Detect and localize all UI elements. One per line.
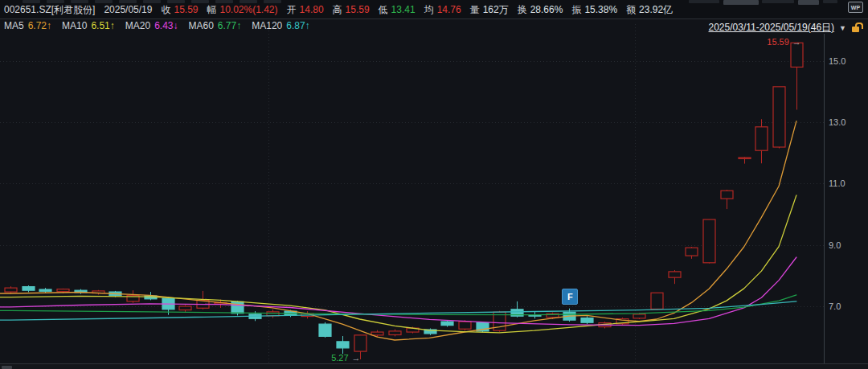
y-axis-label: 13.0 <box>829 117 845 127</box>
ma-legend-item: MA1206.87↑ <box>252 21 309 31</box>
stock-symbol: 002651.SZ[利君股份] <box>4 5 95 15</box>
kline-chart[interactable] <box>0 0 868 369</box>
quote-field: 量162万 <box>470 5 509 15</box>
quote-field: 幅10.02%(1.42) <box>207 5 277 15</box>
bottom-scrollbar-strip <box>0 363 868 369</box>
quote-field: 均14.76 <box>424 5 461 15</box>
toolbar-remnant <box>119 0 137 3</box>
toolbar-remnant <box>167 0 185 3</box>
ma-legend-item: MA56.72↑ <box>4 21 51 31</box>
toolbar-remnant <box>723 0 759 5</box>
date-range-label: 2025/03/11-2025/05/19(46日) <box>709 21 835 35</box>
ma-legend-row: MA56.72↑MA106.51↑MA206.43↓MA606.77↑MA120… <box>4 21 310 31</box>
quote-field: 振15.38% <box>571 5 617 15</box>
y-axis-label: 9.0 <box>829 240 841 250</box>
quote-header-content: 002651.SZ[利君股份] 2025/05/19 收15.59幅10.02%… <box>4 5 673 15</box>
toolbar-remnant <box>191 0 209 3</box>
unlock-icon[interactable] <box>851 23 862 33</box>
quote-field: 低13.41 <box>379 5 416 15</box>
y-axis-label: 11.0 <box>829 178 845 188</box>
toolbar-remnant <box>240 0 257 3</box>
ma-legend-item: MA606.77↑ <box>188 21 241 31</box>
stock-chart-window: 002651.SZ[利君股份] 2025/05/19 收15.59幅10.02%… <box>0 0 868 369</box>
quote-field: 额23.92亿 <box>626 5 673 15</box>
toolbar-remnant <box>71 0 88 3</box>
toolbar-remnant <box>264 0 281 3</box>
toolbar-remnant <box>95 0 113 3</box>
event-marker-f[interactable]: F <box>562 289 578 305</box>
y-axis-label: 7.0 <box>829 301 841 311</box>
toolbar-remnant <box>762 0 794 3</box>
chevron-down-icon: ▼ <box>839 24 846 32</box>
wp-monitor-icon[interactable]: WP <box>848 2 863 13</box>
high-price-label: 15.59 → <box>767 37 801 47</box>
toolbar-remnant <box>798 0 819 5</box>
toolbar-remnant <box>47 0 64 3</box>
quote-date: 2025/05/19 <box>104 5 152 15</box>
quote-field: 高15.59 <box>333 5 370 15</box>
toolbar-remnant <box>143 0 161 3</box>
toolbar-remnant <box>23 0 40 3</box>
toolbar-remnant <box>689 0 719 3</box>
ma-legend-item: MA206.43↓ <box>125 21 178 31</box>
toolbar-remnant <box>215 0 233 3</box>
date-range-selector[interactable]: 2025/03/11-2025/05/19(46日) ▼ <box>709 21 862 35</box>
quote-field: 收15.59 <box>161 5 198 15</box>
quote-fields: 收15.59幅10.02%(1.42)开14.80高15.59低13.41均14… <box>161 5 673 15</box>
low-price-label: 5.27 → <box>331 353 360 363</box>
ma-legend-item: MA106.51↑ <box>62 21 115 31</box>
quote-field: 开14.80 <box>287 5 324 15</box>
quote-field: 换28.66% <box>518 5 563 15</box>
right-arrow-icon: → <box>352 353 361 363</box>
right-arrow-icon: → <box>792 37 801 47</box>
toolbar-remnant <box>823 0 837 3</box>
y-axis-label: 15.0 <box>829 56 845 66</box>
scrollbar-handle[interactable] <box>2 366 12 369</box>
